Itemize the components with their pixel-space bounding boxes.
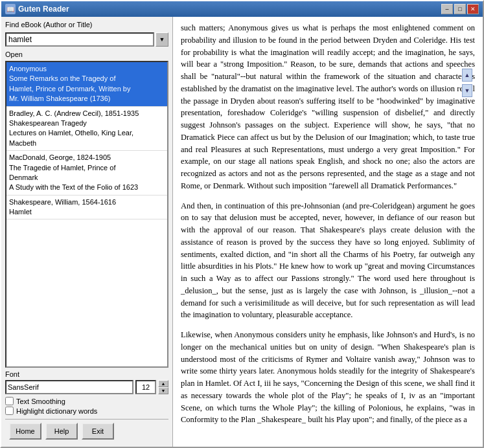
close-button[interactable]: ✕ bbox=[467, 4, 479, 14]
reader-paragraph-3: Likewise, when Anonymous considers unity… bbox=[181, 329, 475, 426]
font-section: Font ▲ ▼ Text Smoothing Highlight dictio… bbox=[5, 370, 168, 416]
page-up-button[interactable]: ▲ bbox=[462, 69, 472, 82]
search-input[interactable] bbox=[5, 32, 154, 47]
search-dropdown-btn[interactable]: ▼ bbox=[156, 32, 168, 47]
minimize-button[interactable]: – bbox=[441, 4, 453, 14]
app-icon: 📖 bbox=[5, 4, 16, 14]
font-size-down-button[interactable]: ▼ bbox=[158, 387, 168, 394]
font-size-spinner: ▲ ▼ bbox=[158, 380, 168, 394]
list-item[interactable]: Shakespeare, William, 1564-1616 Hamlet bbox=[6, 196, 167, 219]
list-item[interactable]: Bradley, A. C. (Andrew Cecil), 1851-1935… bbox=[6, 107, 167, 151]
highlight-dictionary-checkbox[interactable] bbox=[5, 407, 14, 415]
font-size-input[interactable] bbox=[135, 380, 156, 394]
main-content: Find eBook (Author or Title) ▼ Open Anon… bbox=[1, 17, 483, 447]
exit-button[interactable]: Exit bbox=[82, 423, 114, 440]
right-panel: such matters; Anonymous gives us what is… bbox=[173, 17, 483, 447]
reader-paragraph-2: And then, in continuation of this pre-Jo… bbox=[181, 200, 475, 322]
list-item[interactable]: Anonymous Some Remarks on the Tragedy of… bbox=[6, 62, 167, 106]
home-button[interactable]: Home bbox=[9, 423, 41, 440]
help-button[interactable]: Help bbox=[45, 423, 78, 440]
highlight-label[interactable]: Highlight dictionary words bbox=[16, 407, 97, 415]
reader-paragraph-1: such matters; Anonymous gives us what is… bbox=[181, 22, 475, 192]
open-label: Open bbox=[5, 50, 168, 58]
main-window: 📖 Guten Reader – □ ✕ Find eBook (Author … bbox=[0, 0, 484, 448]
book-group-1: Anonymous Some Remarks on the Tragedy of… bbox=[6, 62, 167, 107]
font-size-up-button[interactable]: ▲ bbox=[158, 380, 168, 387]
list-item[interactable]: MacDonald, George, 1824-1905 The Tragedi… bbox=[6, 151, 167, 195]
font-input[interactable] bbox=[5, 380, 133, 394]
title-buttons: – □ ✕ bbox=[441, 4, 479, 14]
bottom-buttons: Home Help Exit bbox=[5, 419, 168, 443]
book-group-4: Shakespeare, William, 1564-1616 Hamlet bbox=[6, 196, 167, 220]
text-smoothing-checkbox[interactable] bbox=[5, 397, 14, 405]
font-row: ▲ ▼ bbox=[5, 380, 168, 394]
book-group-2: Bradley, A. C. (Andrew Cecil), 1851-1935… bbox=[6, 107, 167, 151]
text-smoothing-row: Text Smoothing bbox=[5, 397, 168, 405]
book-group-3: MacDonald, George, 1824-1905 The Tragedi… bbox=[6, 151, 167, 196]
maximize-button[interactable]: □ bbox=[454, 4, 466, 14]
title-bar: 📖 Guten Reader – □ ✕ bbox=[1, 1, 483, 17]
font-label: Font bbox=[5, 370, 168, 378]
find-label: Find eBook (Author or Title) bbox=[5, 21, 168, 28]
page-down-button[interactable]: ▼ bbox=[462, 84, 472, 97]
left-panel: Find eBook (Author or Title) ▼ Open Anon… bbox=[1, 17, 173, 447]
highlight-row: Highlight dictionary words bbox=[5, 407, 168, 415]
window-title: Guten Reader bbox=[18, 5, 69, 14]
reader-content[interactable]: such matters; Anonymous gives us what is… bbox=[173, 17, 483, 447]
title-bar-left: 📖 Guten Reader bbox=[5, 4, 69, 14]
book-list[interactable]: Anonymous Some Remarks on the Tragedy of… bbox=[5, 61, 168, 368]
text-smoothing-label[interactable]: Text Smoothing bbox=[16, 398, 65, 405]
search-row: ▼ bbox=[5, 32, 168, 47]
